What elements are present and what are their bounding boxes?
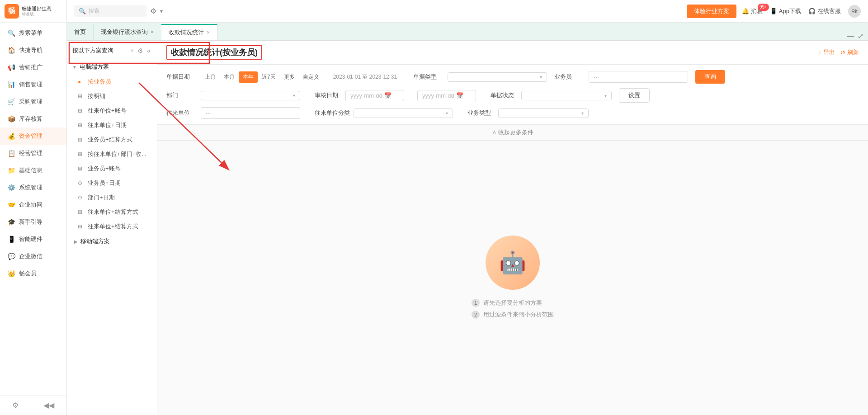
search-menu-icon: 🔍 xyxy=(7,29,15,37)
member-icon: 👑 xyxy=(7,269,15,278)
tab-collection-close[interactable]: × xyxy=(207,29,210,36)
refresh-btn[interactable]: ↺ 刷新 xyxy=(840,48,859,57)
export-btn[interactable]: ↑ 导出 xyxy=(819,48,835,57)
sidebar-item-system[interactable]: ⚙️ 系统管理 xyxy=(0,179,66,196)
query-button[interactable]: 查询 xyxy=(695,70,725,84)
tab-collection[interactable]: 收款情况统计 × xyxy=(161,24,217,40)
collapse-bar[interactable]: ∧ 收起更多条件 xyxy=(157,125,868,141)
unit-classification-select[interactable]: ▾ xyxy=(354,108,453,118)
scheme-group-mobile-header[interactable]: ▶ 移动端方案 xyxy=(67,234,157,249)
demo-button[interactable]: 体验行业方案 xyxy=(687,5,736,18)
scheme-group-pc-header[interactable]: ▼ 电脑端方案 xyxy=(67,59,157,75)
unit-ellipsis[interactable]: ··· xyxy=(206,109,211,117)
tab-bank-flow-close[interactable]: × xyxy=(151,29,154,35)
salesperson-select[interactable]: ··· xyxy=(589,71,688,83)
sidebar: 畅 畅捷通好生意 标准版 🔍 搜索菜单 🏠 快捷导航 📢 营销推广 📊 销售管理… xyxy=(0,0,67,415)
scheme-item-unit-date[interactable]: ⊞ 往来单位+日期 xyxy=(67,118,157,132)
sales-icon: 📊 xyxy=(7,80,15,89)
filter-row-3: 往来单位 ··· 往来单位分类 ▾ 业务类型 ▾ xyxy=(166,107,859,119)
date-tab-this-month[interactable]: 本月 xyxy=(220,71,239,83)
tabbar-expand-btn[interactable]: ⤢ xyxy=(858,32,863,40)
business-type-select[interactable]: ▾ xyxy=(498,108,589,118)
audit-date-start-input[interactable]: yyyy-mm-dd 📅 xyxy=(345,90,404,101)
page-title-actions: ↑ 导出 ↺ 刷新 xyxy=(819,48,859,57)
unit-settle2-icon: ⊞ xyxy=(78,223,85,230)
notification-btn[interactable]: 🔔 消息 99+ xyxy=(742,7,763,15)
salesperson-label: 业务员 xyxy=(554,73,581,81)
panel-settings-btn[interactable]: ⚙ xyxy=(137,46,144,55)
home-icon: 🏠 xyxy=(7,46,15,54)
scheme-item-unit-settle2[interactable]: ⊞ 往来单位+结算方式 xyxy=(67,219,157,234)
date-tab-custom[interactable]: 自定义 xyxy=(299,71,323,83)
topbar-gear-icon[interactable]: ⚙ xyxy=(150,7,156,15)
sidebar-item-purchase[interactable]: 🛒 采购管理 xyxy=(0,93,66,110)
dept-select[interactable]: ▾ xyxy=(201,91,300,100)
mobile-group-arrow: ▶ xyxy=(74,239,78,244)
sidebar-item-sales[interactable]: 📊 销售管理 xyxy=(0,76,66,93)
sidebar-item-quick-nav[interactable]: 🏠 快捷导航 xyxy=(0,42,66,59)
empty-state: 🤖 1 请先选择要分析的方案 2 用过滤条件来缩小分析范围 xyxy=(157,141,868,415)
finance-icon: 💰 xyxy=(7,132,15,140)
scheme-item-salesperson-settle[interactable]: ⊞ 业务员+结算方式 xyxy=(67,132,157,147)
sidebar-collapse-btn[interactable]: ◀◀ xyxy=(40,399,58,411)
tabbar-minimize-btn[interactable]: — xyxy=(847,32,854,40)
sidebar-item-finance[interactable]: 💰 资金管理 xyxy=(0,127,66,145)
sidebar-item-enterprise-wx[interactable]: 💬 企业微信 xyxy=(0,248,66,265)
sidebar-item-inventory[interactable]: 📦 库存核算 xyxy=(0,110,66,127)
user-avatar[interactable]: Rit xyxy=(848,5,861,18)
date-tab-last-month[interactable]: 上月 xyxy=(201,71,220,83)
collapse-label: ∧ 收起更多条件 xyxy=(492,129,534,136)
salesperson-ellipsis[interactable]: ··· xyxy=(594,73,599,80)
audit-date-end-input[interactable]: yyyy-mm-dd 📅 xyxy=(417,90,476,101)
basic-info-icon: 📁 xyxy=(7,166,15,174)
scheme-group-pc: ▼ 电脑端方案 ● 按业务员 ⊞ 按明细 ⊞ 往来单位+账号 ⊞ 往来单位 xyxy=(67,59,157,234)
inventory-icon: 📦 xyxy=(7,115,15,123)
receipt-status-select[interactable]: ▾ xyxy=(521,91,612,100)
scheme-item-dept-date[interactable]: ⊙ 部门+日期 xyxy=(67,190,157,205)
sidebar-item-member[interactable]: 👑 畅会员 xyxy=(0,265,66,282)
status-arrow: ▾ xyxy=(604,93,607,98)
date-tab-this-year[interactable]: 本年 xyxy=(239,71,258,83)
calendar-icon[interactable]: 📅 xyxy=(384,92,392,99)
topbar-dropdown-icon[interactable]: ▾ xyxy=(160,8,163,14)
scheme-item-unit-account[interactable]: ⊞ 往来单位+账号 xyxy=(67,104,157,118)
unit-classification-label: 往来单位分类 xyxy=(315,109,350,117)
sidebar-item-basic-info[interactable]: 📁 基础信息 xyxy=(0,162,66,179)
date-tab-more[interactable]: 更多 xyxy=(280,71,299,83)
date-dash: — xyxy=(408,92,414,99)
enterprise-wx-icon: 💬 xyxy=(7,252,15,260)
app-download-btn[interactable]: 📱 App下载 xyxy=(770,7,801,15)
scheme-item-label: 按业务员 xyxy=(88,78,111,86)
sidebar-item-marketing[interactable]: 📢 营销推广 xyxy=(0,59,66,76)
sidebar-item-search-menu[interactable]: 🔍 搜索菜单 xyxy=(0,24,66,42)
sidebar-item-smart-hw[interactable]: 📱 智能硬件 xyxy=(0,231,66,248)
scheme-item-salesperson-account[interactable]: ⊠ 业务员+账号 xyxy=(67,161,157,176)
topbar-left: 🔍 搜索 ⚙ ▾ xyxy=(74,5,681,17)
business-type-arrow: ▾ xyxy=(581,111,584,116)
sidebar-item-operation[interactable]: 📋 经营管理 xyxy=(0,145,66,162)
headphone-icon: 🎧 xyxy=(808,8,816,14)
receipt-type-select[interactable]: ▾ xyxy=(448,72,547,82)
date-tab-last7[interactable]: 近7天 xyxy=(258,71,280,83)
detail-icon: ⊞ xyxy=(78,93,85,99)
sidebar-item-enterprise[interactable]: 🤝 企业协同 xyxy=(0,196,66,213)
hint-num-2: 2 xyxy=(472,311,480,319)
online-service-btn[interactable]: 🎧 在线客服 xyxy=(808,7,841,15)
scheme-item-by-salesperson[interactable]: ● 按业务员 xyxy=(67,75,157,89)
tab-bank-flow[interactable]: 现金银行流水查询 × xyxy=(94,24,161,40)
sidebar-logo: 畅 畅捷通好生意 标准版 xyxy=(0,0,66,23)
panel-add-btn[interactable]: + xyxy=(129,46,135,55)
scheme-item-salesperson-date[interactable]: ⊙ 业务员+日期 xyxy=(67,176,157,190)
date-tabs: 上月 本月 本年 近7天 更多 自定义 xyxy=(201,71,323,83)
calendar-icon-2[interactable]: 📅 xyxy=(456,92,463,99)
sidebar-item-new-guide[interactable]: 🎓 新手引导 xyxy=(0,213,66,231)
sidebar-settings-btn[interactable]: ⚙ xyxy=(9,399,22,411)
scheme-item-unit-dept-collect[interactable]: ⊞ 按往来单位+部门+收... xyxy=(67,147,157,161)
unit-select[interactable]: ··· xyxy=(201,107,300,119)
tab-home[interactable]: 首页 xyxy=(67,24,94,40)
scheme-item-by-detail[interactable]: ⊞ 按明细 xyxy=(67,89,157,104)
panel-collapse-btn[interactable]: « xyxy=(146,46,151,55)
topbar-search-area[interactable]: 🔍 搜索 xyxy=(74,5,146,17)
scheme-item-unit-settle[interactable]: ⊞ 往来单位+结算方式 xyxy=(67,205,157,219)
settings-button[interactable]: 设置 xyxy=(619,88,650,103)
